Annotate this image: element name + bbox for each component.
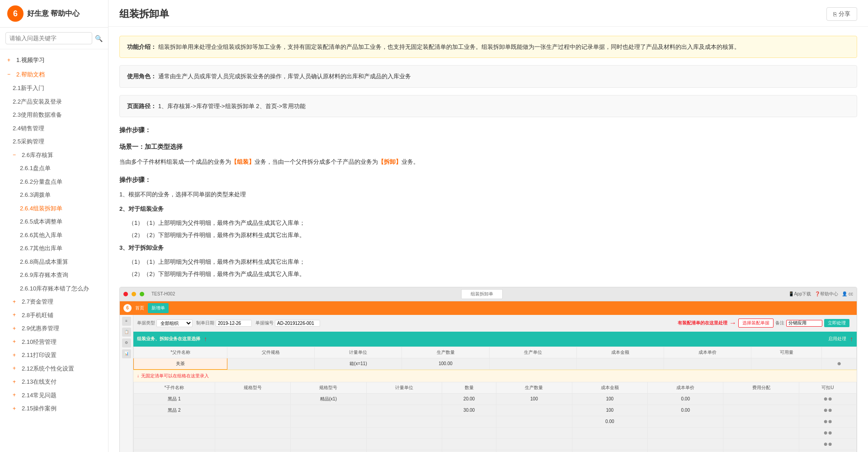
sc-min-dot: [132, 292, 136, 296]
sc-col-unit: 计量单位: [315, 347, 402, 358]
sc-upper-table: *父件名称 父件规格 计量单位 生产数量 生产单位 成本金额 成本单价 可用量: [133, 347, 857, 370]
sidebar-item-video[interactable]: + 1.视频学习: [0, 53, 108, 67]
sc-arrow-up: ↑: [204, 333, 207, 345]
search-button[interactable]: 🔍: [95, 35, 103, 42]
sidebar-item-new[interactable]: 2.1新手入门: [13, 81, 108, 95]
docs-subnav: 2.1新手入门 2.2产品安装及登录 2.3使用前数据准备 2.4销售管理 2.…: [0, 81, 108, 415]
sc-inner-layout: ≡ 📋 ⚙ 📊 单据类型 全部组织: [120, 315, 857, 452]
sc-lower-row-4: ⊕ ⊗: [134, 427, 857, 438]
main-header: 组装拆卸单 ⎘ 分享: [108, 0, 868, 27]
sc-sidebar-icon-2: 📋: [122, 328, 131, 337]
sidebar-item-pay[interactable]: + 2.13在线支付: [13, 375, 108, 389]
sc-orderno-field: 单据编号: [255, 319, 320, 327]
sidebar-item-install[interactable]: 2.2产品安装及登录: [13, 95, 108, 109]
sc-col-sub-action: 可扣U: [799, 382, 856, 393]
sc-nav-new: 新增单: [148, 303, 169, 313]
sc-lower-row-2: 黑品 2 30.00 100 0.00 ⊕ ⊗: [134, 404, 857, 416]
sidebar-item-adjust[interactable]: 2.6.3调拨单: [20, 188, 108, 202]
step1-text: 1、根据不同的业务，选择不同单据的类型来处理: [119, 189, 857, 200]
sc-date-field: 制单日期: [196, 319, 252, 327]
sc-col-sub-spec1: 规格型号: [215, 382, 290, 393]
sidebar-item-cost[interactable]: 2.6.5成本调整单: [20, 215, 108, 228]
sc-col-sub-spec2: 规格型号: [291, 382, 366, 393]
ops-expand-icon: +: [13, 338, 19, 346]
sc-titlebar: TEST-H002 组装拆卸单 📱App下载 ❓帮助中心 👤 cc: [120, 287, 857, 301]
sc-remark-input[interactable]: [786, 320, 822, 327]
path-text: 1、库存核算->库存管理->组装拆卸单 2、首页->常用功能: [158, 103, 306, 109]
sidebar: 6 好生意 帮助中心 🔍 + 1.视频学习 − 2.帮助文档 2.1新手入门 2…: [0, 0, 108, 452]
sidebar-item-docs[interactable]: − 2.帮助文档: [0, 67, 108, 82]
finance-expand-icon: +: [13, 298, 19, 306]
sidebar-item-data[interactable]: 2.3使用前数据准备: [13, 108, 108, 122]
step2-sub2: （2）下部明细为子件明细，最终作为原材料生成其它出库单。: [128, 230, 857, 240]
sidebar-item-cost-calc[interactable]: 2.6.8商品成本重算: [20, 255, 108, 269]
share-icon: ⎘: [833, 11, 837, 18]
sc-app-nav: 6 首页 新增单: [120, 301, 857, 315]
func-intro-block: 功能介绍： 组装拆卸单用来处理企业组装或拆卸等加工业务，支持有固定装配清单的产品…: [119, 36, 857, 58]
step3-sublist: （1）上部明细为父件明细，最终作为原材料生成其它出库单； （2）下部明细为子件明…: [119, 257, 857, 280]
sc-right-actions: 有装配清单的在这里处理 → 选择装配单据 备注 立即处理: [324, 317, 853, 330]
sc-title: TEST-H002: [151, 290, 175, 298]
coupon-expand-icon: +: [13, 324, 19, 333]
search-input[interactable]: [5, 32, 92, 44]
sidebar-item-stocktake[interactable]: 2.6.1盘点单: [20, 162, 108, 175]
ops-steps-title: 操作步骤：: [119, 174, 857, 186]
sc-col-cost-price: 成本单价: [664, 347, 751, 358]
screenshot: TEST-H002 组装拆卸单 📱App下载 ❓帮助中心 👤 cc 6 首页 新…: [119, 287, 857, 452]
sidebar-item-cases[interactable]: + 2.15操作案例: [13, 402, 108, 415]
sc-form-area: 单据类型 全部组织 制单日期 单据编号: [133, 315, 857, 452]
content-body: 功能介绍： 组装拆卸单用来处理企业组装或拆卸等加工业务，支持有固定装配清单的产品…: [108, 27, 868, 452]
role-text: 通常由生产人员或库管人员完成拆装业务的操作，库管人员确认原材料的出库和产成品的入…: [158, 73, 411, 80]
share-button[interactable]: ⎘ 分享: [826, 7, 857, 21]
sc-lower-row-1: 黑品 1 精品(x1) 20.00 100 100 0.00 ⊕ ⊗: [134, 393, 857, 404]
sidebar-item-stock-error[interactable]: 2.6.10库存账本错了怎么办: [20, 282, 108, 295]
sc-orderno-input[interactable]: [275, 320, 320, 327]
sc-address-bar: 组装拆卸单: [461, 289, 503, 299]
sidebar-item-ops[interactable]: + 2.10经营管理: [13, 335, 108, 349]
sidebar-item-sales[interactable]: 2.4销售管理: [13, 122, 108, 135]
sidebar-item-faq[interactable]: + 2.14常见问题: [13, 389, 108, 402]
sidebar-item-inventory[interactable]: − 2.6库存核算: [13, 148, 108, 162]
sidebar-item-other-in[interactable]: 2.6.6其他入库单: [20, 228, 108, 242]
sidebar-item-print[interactable]: + 2.11打印设置: [13, 348, 108, 362]
sc-col-sub-prodqty: 生产数量: [496, 382, 572, 393]
sc-topright: 📱App下载 ❓帮助中心 👤 cc: [788, 290, 853, 298]
scene1-desc: 当由多个子件材料组装成一个成品的业务为【组装】业务，当由一个父件拆分成多个子产品…: [119, 157, 857, 167]
sc-order-type-select[interactable]: 全部组织: [156, 319, 193, 327]
sc-order-type-field: 单据类型 全部组织: [137, 319, 193, 327]
inventory-subnav: 2.6.1盘点单 2.6.2分量盘点单 2.6.3调拨单 2.6.4组装拆卸单 …: [13, 162, 108, 295]
sc-date-input[interactable]: [216, 320, 252, 327]
path-block: 页面路径： 1、库存核算->库存管理->组装拆卸单 2、首页->常用功能: [119, 95, 857, 117]
sc-close-dot: [123, 292, 128, 296]
collapse-icon: −: [7, 70, 14, 78]
sidebar-item-coupon[interactable]: + 2.9优惠券管理: [13, 322, 108, 335]
sc-left-sidebar: ≡ 📋 ⚙ 📊: [120, 315, 133, 452]
sidebar-item-finance[interactable]: + 2.7资金管理: [13, 295, 108, 309]
sc-form-wrapper: 单据类型 全部组织 制单日期 单据编号: [133, 315, 857, 452]
sidebar-item-split[interactable]: 2.6.2分量盘点单: [20, 175, 108, 189]
step2-text: 2、对于组装业务: [119, 204, 857, 214]
sc-process-ann: 启用处理: [828, 335, 846, 343]
ops-title: 操作步骤：: [119, 124, 857, 136]
sc-parent-name-cell: 关茶: [134, 358, 227, 369]
sc-form-row1: 单据类型 全部组织 制单日期 单据编号: [133, 315, 857, 332]
sidebar-item-custom[interactable]: + 2.12系统个性化设置: [13, 362, 108, 376]
sc-select-assembly-btn[interactable]: 选择装配单据: [738, 319, 774, 328]
sc-section-header: 组装业务、拆卸业务在这里选择 ↑ 启用处理 ↑: [133, 332, 857, 347]
sidebar-header: 6 好生意 帮助中心: [0, 0, 108, 28]
expand-icon: +: [7, 56, 14, 64]
inventory-collapse-icon: −: [13, 151, 19, 159]
sidebar-item-assembly[interactable]: 2.6.4组装拆卸单: [20, 202, 108, 215]
sc-nav-home: 首页: [135, 304, 144, 312]
step2-sub1: （1）上部明细为父件明细，最终作为产成品生成其它入库单；: [128, 218, 857, 228]
sidebar-item-purchase[interactable]: 2.5采购管理: [13, 135, 108, 148]
sc-arrow1: →: [729, 317, 736, 330]
sidebar-item-mobile[interactable]: + 2.8手机旺铺: [13, 309, 108, 322]
sc-app-logo-small: 6: [123, 304, 132, 312]
sc-arrow-down: ↓: [137, 372, 139, 380]
sidebar-item-other-out[interactable]: 2.6.7其他出库单: [20, 242, 108, 255]
sidebar-item-stock-check[interactable]: 2.6.9库存账本查询: [20, 268, 108, 282]
step2-sublist: （1）上部明细为父件明细，最终作为产成品生成其它入库单； （2）下部明细为子件明…: [119, 218, 857, 241]
sc-submit-btn[interactable]: 立即处理: [824, 319, 849, 327]
step3-text: 3、对于拆卸业务: [119, 243, 857, 253]
